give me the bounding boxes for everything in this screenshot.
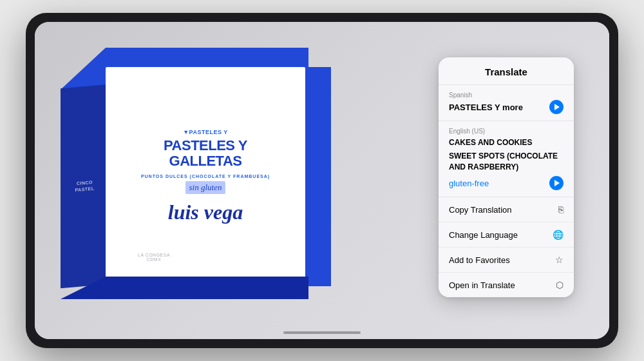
action-copy-translation[interactable]: Copy Translation ⎘ <box>439 197 574 222</box>
home-indicator <box>283 331 361 334</box>
popup-translation-section: English (US) CAKES AND COOKIES SWEET SPO… <box>439 121 574 197</box>
ipad-screen: CINCO PASTEL ▼PASTELES Y PASTELES YGALLE… <box>35 22 609 339</box>
action-open-translate[interactable]: Open in Translate ⬡ <box>439 272 574 297</box>
translate-popup: Translate Spanish PASTELES Y more Englis… <box>439 57 574 297</box>
box-left-text: CINCO PASTEL <box>75 179 94 193</box>
action-add-favorites[interactable]: Add to Favorites ☆ <box>439 247 574 272</box>
change-language-label: Change Language <box>449 230 518 240</box>
box-bottom-info: LA CONGESA CDMX <box>138 253 170 262</box>
box-right-face <box>305 67 331 286</box>
ipad-frame: CINCO PASTEL ▼PASTELES Y PASTELES YGALLE… <box>26 13 618 348</box>
box-left-face: CINCO PASTEL <box>61 84 109 289</box>
translation-line2: SWEET SPOTS (CHOCOLATE AND RASPBERRY) <box>449 151 564 173</box>
box-front-inner: ▼PASTELES Y PASTELES YGALLETAS PUNTOS DU… <box>116 129 295 224</box>
popup-header: Translate <box>439 57 574 85</box>
source-text-row: PASTELES Y more <box>449 100 564 114</box>
gluten-play-icon <box>554 180 560 186</box>
box-front-top-text: ▼PASTELES Y <box>116 129 295 135</box>
box-front-logo: luis vega <box>116 200 295 224</box>
language-icon: 🌐 <box>553 229 564 240</box>
gluten-play-button[interactable] <box>549 176 564 190</box>
box-front-main-title: PASTELES YGALLETAS <box>116 138 295 169</box>
play-icon <box>554 104 560 110</box>
add-favorites-label: Add to Favorites <box>449 255 510 265</box>
box-container: CINCO PASTEL ▼PASTELES Y PASTELES YGALLE… <box>61 48 370 300</box>
box-front-subtitle: PUNTOS DULCES (CHOCOLATE Y FRAMBUESA) <box>116 174 295 179</box>
box-3d: CINCO PASTEL ▼PASTELES Y PASTELES YGALLE… <box>61 48 331 299</box>
translation-line1: CAKES AND COOKIES <box>449 137 564 148</box>
copy-icon: ⎘ <box>558 204 564 215</box>
copy-translation-label: Copy Translation <box>449 205 512 215</box>
gluten-text: gluten-free <box>449 179 489 188</box>
box-front-face: ▼PASTELES Y PASTELES YGALLETAS PUNTOS DU… <box>106 67 305 286</box>
translation-gluten-row: gluten-free <box>449 176 564 190</box>
source-text: PASTELES Y more <box>449 102 549 112</box>
open-icon: ⬡ <box>556 280 564 290</box>
popup-title: Translate <box>485 66 527 77</box>
popup-source-section: Spanish PASTELES Y more <box>439 85 574 121</box>
translation-lang-label: English (US) <box>449 128 564 135</box>
box-front-cursive: sin gluten <box>185 181 226 194</box>
star-icon: ☆ <box>555 255 564 265</box>
open-translate-label: Open in Translate <box>449 280 515 290</box>
action-change-language[interactable]: Change Language 🌐 <box>439 222 574 247</box>
source-lang-label: Spanish <box>449 92 564 99</box>
source-play-button[interactable] <box>549 100 564 114</box>
